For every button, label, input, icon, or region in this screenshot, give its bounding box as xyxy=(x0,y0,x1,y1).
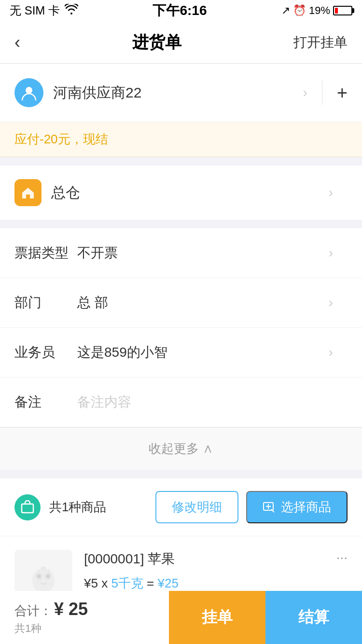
select-product-button[interactable]: 选择商品 xyxy=(246,491,348,523)
product-count: 共1种商品 xyxy=(49,499,155,516)
dept-row[interactable]: 部门 总 部 › xyxy=(0,278,362,328)
total-label: 合计： xyxy=(14,602,52,619)
supplier-avatar xyxy=(14,78,43,107)
battery-icon xyxy=(333,6,352,15)
status-time: 下午6:16 xyxy=(153,1,207,20)
svg-rect-1 xyxy=(26,195,30,198)
carrier-text: 无 SIM 卡 xyxy=(10,3,60,18)
edit-detail-button[interactable]: 修改明细 xyxy=(155,491,238,523)
invoice-label: 票据类型 xyxy=(14,244,77,262)
open-hang-button[interactable]: 打开挂单 xyxy=(293,33,348,52)
warehouse-row[interactable]: 总仓 › xyxy=(0,166,362,220)
battery-fill xyxy=(335,8,338,14)
svg-point-9 xyxy=(41,567,46,571)
status-right: ↗ ⏰ 19% xyxy=(281,4,352,17)
vertical-divider xyxy=(322,81,322,105)
wifi-icon xyxy=(65,4,78,17)
remark-row[interactable]: 备注 备注内容 xyxy=(0,378,362,427)
supplier-notice: 应付-20元，现结 xyxy=(0,122,362,157)
svg-point-7 xyxy=(37,574,41,578)
supplier-chevron-icon: › xyxy=(303,85,307,100)
product-name: [0000001] 苹果 xyxy=(84,550,336,568)
product-price-row: ¥5 x 5千克 = ¥25 xyxy=(84,575,336,592)
status-left: 无 SIM 卡 xyxy=(10,3,78,18)
multiply-sign: x xyxy=(101,576,111,590)
form-card: 票据类型 不开票 › 部门 总 部 › 业务员 这是859的小智 › 备注 备注… xyxy=(0,228,362,470)
supplier-name: 河南供应商22 xyxy=(53,83,303,103)
checkout-button[interactable]: 结算 xyxy=(265,591,362,644)
battery-percent: 19% xyxy=(309,4,330,17)
remark-label: 备注 xyxy=(14,393,77,411)
page-title: 进货单 xyxy=(132,31,181,54)
remark-input[interactable]: 备注内容 xyxy=(77,393,348,411)
svg-point-0 xyxy=(26,87,32,94)
warehouse-chevron-icon: › xyxy=(329,185,333,200)
product-unit-price: ¥5 xyxy=(84,576,98,590)
collapse-button[interactable]: 收起更多 ∧ xyxy=(0,427,362,470)
dept-chevron-icon: › xyxy=(329,295,333,310)
nav-bar: ‹ 进货单 打开挂单 xyxy=(0,21,362,64)
product-quantity: 5千克 xyxy=(111,576,143,590)
svg-rect-2 xyxy=(22,504,33,513)
add-supplier-button[interactable]: + xyxy=(337,83,348,103)
product-subtotal: ¥25 xyxy=(158,576,179,590)
dept-value: 总 部 xyxy=(77,294,329,312)
supplier-card: 河南供应商22 › + 应付-20元，现结 xyxy=(0,64,362,157)
total-amount: ¥ 25 xyxy=(54,599,88,619)
alarm-icon: ⏰ xyxy=(293,4,306,17)
dept-label: 部门 xyxy=(14,294,77,312)
product-info: [0000001] 苹果 ¥5 x 5千克 = ¥25 xyxy=(84,550,336,592)
bottom-bar: 合计： ¥ 25 共1种 挂单 结算 xyxy=(0,591,362,644)
total-section: 合计： ¥ 25 共1种 xyxy=(0,599,169,636)
back-button[interactable]: ‹ xyxy=(14,32,20,53)
product-header: 共1种商品 修改明细 选择商品 xyxy=(0,478,362,536)
product-more-button[interactable]: ··· xyxy=(336,550,348,565)
warehouse-name: 总仓 xyxy=(51,183,329,203)
product-code: [0000001] xyxy=(84,551,144,566)
select-product-label: 选择商品 xyxy=(281,499,331,516)
supplier-row[interactable]: 河南供应商22 › + xyxy=(0,64,362,122)
equals-sign: = xyxy=(147,576,157,590)
status-bar: 无 SIM 卡 下午6:16 ↗ ⏰ 19% xyxy=(0,0,362,21)
hang-button[interactable]: 挂单 xyxy=(169,591,265,644)
svg-point-4 xyxy=(32,568,55,593)
product-title: 苹果 xyxy=(148,551,175,566)
total-count: 共1种 xyxy=(14,621,154,636)
salesman-value: 这是859的小智 xyxy=(77,343,329,362)
warehouse-icon xyxy=(14,179,42,206)
salesman-row[interactable]: 业务员 这是859的小智 › xyxy=(0,328,362,378)
invoice-value: 不开票 xyxy=(77,244,329,262)
salesman-label: 业务员 xyxy=(14,343,77,362)
svg-point-8 xyxy=(46,574,50,578)
salesman-chevron-icon: › xyxy=(329,345,333,360)
product-section-icon xyxy=(14,494,41,520)
invoice-chevron-icon: › xyxy=(329,245,333,261)
invoice-row[interactable]: 票据类型 不开票 › xyxy=(0,228,362,278)
warehouse-card[interactable]: 总仓 › xyxy=(0,166,362,220)
location-icon: ↗ xyxy=(281,4,290,17)
